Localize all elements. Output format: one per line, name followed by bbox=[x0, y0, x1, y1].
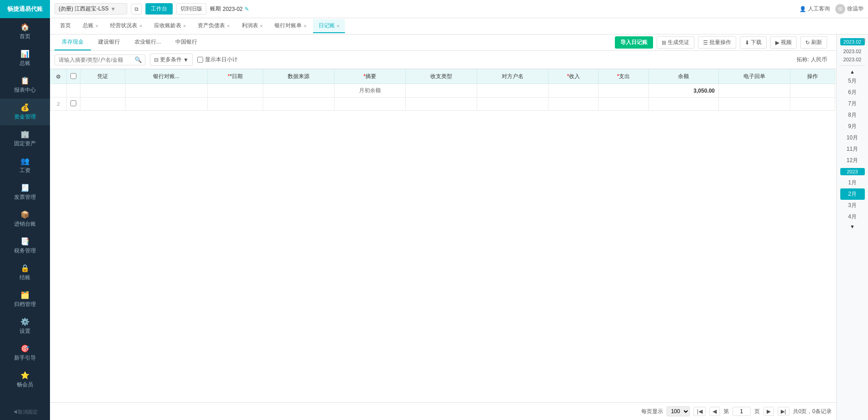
date-month-12[interactable]: 12月 bbox=[840, 155, 865, 166]
date-month-7[interactable]: 7月 bbox=[840, 98, 865, 109]
sidebar-item-funds[interactable]: 💰 资金管理 bbox=[0, 99, 50, 125]
download-icon: ⬇ bbox=[745, 40, 749, 46]
th-checkbox[interactable] bbox=[67, 69, 80, 84]
oldver-button[interactable]: 切到旧版 bbox=[176, 3, 206, 15]
app-logo: 畅捷通易代账 bbox=[0, 0, 50, 18]
copy-company-btn[interactable]: ⧉ bbox=[131, 4, 142, 15]
show-daily-total-checkbox[interactable] bbox=[197, 57, 203, 63]
tab-bankbook[interactable]: 银行对账单 × bbox=[269, 19, 312, 33]
th-action: 操作 bbox=[790, 69, 835, 84]
sidebar-item-close[interactable]: 🔒 结账 bbox=[0, 259, 50, 286]
page-input[interactable] bbox=[733, 407, 751, 416]
row1-summary: 月初余额 bbox=[334, 84, 406, 98]
th-payment-type: 收支类型 bbox=[406, 69, 477, 84]
workspace-button[interactable]: 工作台 bbox=[145, 3, 173, 15]
sidebar-item-newbie[interactable]: 🎯 新手引导 bbox=[0, 340, 50, 366]
date-month-8[interactable]: 8月 bbox=[840, 109, 865, 121]
period-edit-icon[interactable]: ✎ bbox=[244, 6, 249, 12]
sidebar-item-purchase-label: 进销台账 bbox=[14, 220, 36, 228]
date-month-2[interactable]: 2月 bbox=[840, 188, 865, 200]
tab-assets-close[interactable]: × bbox=[227, 23, 229, 29]
assets-icon: 🏢 bbox=[20, 130, 30, 138]
date-month-1[interactable]: 1月 bbox=[840, 177, 865, 188]
tab-bankbook-close[interactable]: × bbox=[304, 23, 306, 29]
sub-tab-zhongguo[interactable]: 中国银行 bbox=[168, 35, 205, 50]
tab-general-close[interactable]: × bbox=[95, 23, 98, 29]
batch-btn[interactable]: ☰ 批量操作 bbox=[698, 36, 736, 49]
tab-journal-close[interactable]: × bbox=[337, 23, 339, 29]
th-settings[interactable]: ⚙ bbox=[50, 69, 67, 84]
per-page-select[interactable]: 100 50 200 bbox=[667, 406, 690, 416]
date-month-10[interactable]: 10月 bbox=[840, 132, 865, 143]
row2-summary bbox=[334, 98, 406, 111]
support-link[interactable]: 👤 人工客询 bbox=[799, 5, 830, 13]
sidebar-item-assets[interactable]: 🏢 固定资产 bbox=[0, 125, 50, 152]
date-month-4[interactable]: 4月 bbox=[840, 211, 865, 222]
date-month-3[interactable]: 3月 bbox=[840, 200, 865, 211]
search-input[interactable] bbox=[55, 54, 145, 65]
video-btn[interactable]: ▶ 视频 bbox=[770, 36, 797, 49]
import-journal-btn[interactable]: 导入日记账 bbox=[615, 36, 653, 49]
row2-checkbox[interactable] bbox=[67, 98, 80, 111]
date-month-5[interactable]: 5月 bbox=[840, 75, 865, 87]
sidebar-unpin[interactable]: ◀取消固定 bbox=[0, 404, 50, 420]
invoices-icon: 🧾 bbox=[20, 183, 30, 192]
tab-profit-close[interactable]: × bbox=[260, 23, 263, 29]
first-page-btn[interactable]: |◀ bbox=[693, 407, 705, 416]
total-label: 共0页，0条记录 bbox=[793, 408, 832, 415]
sub-tab-nongye[interactable]: 农业银行... bbox=[127, 35, 168, 50]
refresh-btn[interactable]: ↻ 刷新 bbox=[800, 36, 827, 49]
row2-ereceipt bbox=[718, 98, 790, 111]
support-icon: 👤 bbox=[799, 6, 806, 12]
date-panel-divider bbox=[840, 65, 865, 66]
date-panel-nav-down[interactable]: ▼ bbox=[840, 222, 865, 230]
gen-voucher-btn[interactable]: ⊞ 生成凭证 bbox=[657, 36, 694, 49]
sidebar-item-archive[interactable]: 🗂️ 归档管理 bbox=[0, 286, 50, 313]
sidebar-item-purchase[interactable]: 📦 进销台账 bbox=[0, 206, 50, 232]
topbar: (勿册) 江西超宝-LSS ▼ ⧉ 工作台 切到旧版 账期 2023-02 ✎ … bbox=[50, 0, 868, 18]
download-btn[interactable]: ⬇ 下载 bbox=[740, 36, 767, 49]
date-month-9[interactable]: 9月 bbox=[840, 121, 865, 132]
sidebar-item-tax[interactable]: 📑 税务管理 bbox=[0, 232, 50, 259]
last-page-btn[interactable]: ▶| bbox=[778, 407, 789, 416]
tab-profit[interactable]: 利润表 × bbox=[236, 19, 268, 33]
date-month-11[interactable]: 11月 bbox=[840, 143, 865, 155]
account-tabbar: 库存现金 建设银行 农业银行... 中国银行 导入日记账 ⊞ 生成凭证 ☰ bbox=[50, 35, 868, 51]
tab-home[interactable]: 首页 bbox=[55, 19, 76, 33]
user-menu[interactable]: 徐 徐温华 bbox=[835, 4, 863, 14]
row2-select-checkbox[interactable] bbox=[70, 100, 76, 106]
row2-counterparty bbox=[477, 98, 549, 111]
th-income: *收入 bbox=[549, 69, 599, 84]
row2-balance bbox=[649, 98, 718, 111]
tab-general[interactable]: 总账 × bbox=[77, 19, 104, 33]
tab-receivables-close[interactable]: × bbox=[183, 23, 186, 29]
sidebar-item-member[interactable]: ⭐ 畅会员 bbox=[0, 366, 50, 393]
sidebar-item-home[interactable]: 🏠 首页 bbox=[0, 18, 50, 45]
sidebar-item-settings[interactable]: ⚙️ 设置 bbox=[0, 313, 50, 340]
more-filter-btn[interactable]: ⊟ 更多条件 ▼ bbox=[150, 54, 193, 66]
tab-assets[interactable]: 资产负债表 × bbox=[192, 19, 235, 33]
content-area: 库存现金 建设银行 农业银行... 中国银行 导入日记账 ⊞ 生成凭证 ☰ bbox=[50, 35, 868, 420]
sub-tab-jiansheng[interactable]: 建设银行 bbox=[91, 35, 127, 50]
tab-receivables[interactable]: 应收账龄表 × bbox=[149, 19, 191, 33]
sidebar-item-invoices[interactable]: 🧾 发票管理 bbox=[0, 179, 50, 206]
row1-income bbox=[549, 84, 599, 98]
date-panel-nav-up[interactable]: ▲ bbox=[840, 68, 865, 75]
close-date-panel-btn[interactable]: × bbox=[863, 36, 866, 44]
show-daily-total-label[interactable]: 显示本日小计 bbox=[197, 56, 238, 64]
reports-icon: 📋 bbox=[20, 76, 30, 85]
row2-source bbox=[263, 98, 334, 111]
sidebar-item-general[interactable]: 📊 总账 bbox=[0, 45, 50, 72]
tab-bizstatus-close[interactable]: × bbox=[139, 23, 142, 29]
date-month-6[interactable]: 6月 bbox=[840, 87, 865, 98]
tab-journal[interactable]: 日记账 × bbox=[313, 19, 345, 33]
next-page-btn[interactable]: ▶ bbox=[763, 407, 774, 416]
company-selector[interactable]: (勿册) 江西超宝-LSS ▼ bbox=[55, 3, 127, 15]
sub-tab-cash[interactable]: 库存现金 bbox=[55, 35, 91, 50]
sidebar-item-reports[interactable]: 📋 报表中心 bbox=[0, 72, 50, 99]
tab-bizstatus[interactable]: 经营状况表 × bbox=[105, 19, 147, 33]
select-all-checkbox[interactable] bbox=[70, 73, 76, 79]
sidebar-item-payroll[interactable]: 👥 工资 bbox=[0, 152, 50, 179]
th-bankbook: 银行对账... bbox=[125, 69, 208, 84]
prev-page-btn[interactable]: ◀ bbox=[709, 407, 720, 416]
